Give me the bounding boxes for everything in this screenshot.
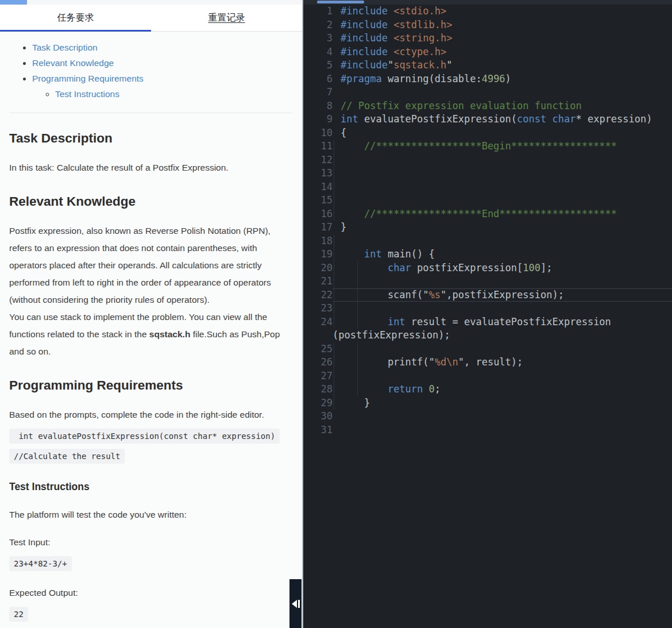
token-pl: scanf(" [341, 289, 429, 300]
code-line[interactable]: 11 //******************Begin************… [303, 140, 672, 153]
line-content [333, 86, 672, 99]
line-number: 26 [303, 356, 333, 369]
indent-guide [334, 234, 334, 248]
line-content: } [333, 221, 672, 234]
line-number: 7 [303, 86, 333, 99]
code-line[interactable]: 14 [303, 180, 672, 194]
code-line[interactable]: 2#include <stdlib.h> [303, 18, 672, 32]
code-line[interactable]: 29 } [303, 396, 672, 410]
token-num: 100 [523, 262, 540, 273]
indent-guide [334, 396, 334, 410]
code-line[interactable]: 10{ [303, 126, 672, 140]
line-number: 19 [303, 248, 333, 261]
line-content [333, 423, 672, 437]
code-line[interactable]: 16 //******************End**************… [303, 207, 672, 221]
line-number: 30 [303, 410, 333, 423]
code-line[interactable]: 5#include"sqstack.h" [303, 59, 672, 72]
token-num: 4996 [482, 73, 505, 84]
editor-hscrollbar-thumb[interactable] [317, 1, 364, 3]
code-line[interactable]: 12 [303, 153, 672, 167]
line-content: printf("%d\n", result); [333, 356, 672, 369]
indent-guide [334, 369, 334, 383]
indent-guide [357, 356, 358, 369]
token-kw: char [388, 262, 411, 273]
token-pl: warning(disable: [382, 73, 482, 84]
code-line[interactable]: 26 printf("%d\n", result); [303, 356, 672, 369]
line-content: } [333, 396, 672, 410]
task-panel: 任务要求 重置记录 Task DescriptionRelevant Knowl… [0, 0, 302, 628]
relevant-knowledge-heading: Relevant Knowledge [9, 194, 293, 209]
line-content [333, 180, 672, 194]
token-pl: * expression) [576, 113, 652, 125]
line-number: 3 [303, 32, 333, 45]
line-content: #include <stdlib.h> [333, 18, 672, 32]
tab-reset-records[interactable]: 重置记录 [151, 5, 302, 31]
editor-code-area[interactable]: 1#include <stdio.h>2#include <stdlib.h>3… [303, 5, 672, 437]
token-pl: " [446, 59, 452, 71]
line-number: 21 [303, 275, 333, 288]
line-content [333, 302, 672, 315]
indent-guide [357, 383, 358, 396]
code-line[interactable]: 30 [303, 410, 672, 423]
tab-task-requirements[interactable]: 任务要求 [0, 5, 151, 31]
toc-link-test-instructions[interactable]: Test Instructions [55, 89, 119, 99]
code-line[interactable]: 23 [303, 302, 672, 315]
code-line[interactable]: 17} [303, 221, 672, 234]
line-number: 16 [303, 207, 333, 221]
indent-guide [357, 261, 358, 275]
code-line[interactable]: 15 [303, 194, 672, 207]
code-line[interactable]: 19 int main() { [303, 248, 672, 261]
line-number: 5 [303, 59, 333, 72]
token-num: 0 [429, 383, 435, 395]
toc-link-task-description[interactable]: Task Description [32, 43, 98, 52]
line-content [333, 369, 672, 383]
active-tab-underline [0, 30, 151, 32]
code-line[interactable]: 22 scanf("%s",postfixExpression); [303, 288, 672, 302]
relevant-knowledge-body: Postfix expression, also known as Revers… [9, 222, 293, 360]
code-line[interactable]: 1#include <stdio.h> [303, 5, 672, 18]
code-line[interactable]: 24 int result = evaluatePostfixExpressio… [303, 315, 672, 329]
toc-link-programming-requirements[interactable]: Programming Requirements [32, 74, 144, 83]
code-line[interactable]: 3#include <string.h> [303, 32, 672, 45]
code-editor[interactable]: 1#include <stdio.h>2#include <stdlib.h>3… [303, 0, 672, 628]
line-number: 14 [303, 180, 333, 194]
code-line[interactable]: 18 [303, 234, 672, 248]
code-line[interactable]: 8// Postfix expression evaluation functi… [303, 99, 672, 113]
code-line[interactable]: 28 return 0; [303, 383, 672, 396]
code-line[interactable]: 6#pragma warning(disable:4996) [303, 72, 672, 86]
token-kw: return [388, 383, 423, 395]
line-content: scanf("%s",postfixExpression); [333, 288, 672, 302]
token-kw: int [388, 316, 405, 328]
indent-guide [334, 315, 334, 329]
indent-guide [357, 302, 358, 315]
code-line[interactable]: 21 [303, 275, 672, 288]
programming-requirements-heading: Programming Requirements [9, 378, 293, 393]
toc-link-relevant-knowledge[interactable]: Relevant Knowledge [32, 58, 114, 68]
line-content [333, 275, 672, 288]
code-line[interactable]: 31 [303, 423, 672, 437]
code-line[interactable]: 4#include <ctype.h> [303, 45, 672, 59]
code-line[interactable]: 9int evaluatePostfixExpression(const cha… [303, 113, 672, 126]
code-line-wrap[interactable]: (postfixExpression); [303, 329, 672, 342]
line-number: 17 [303, 221, 333, 234]
line-number: 4 [303, 45, 333, 59]
line-content: #include <ctype.h> [333, 45, 672, 59]
code-line[interactable]: 27 [303, 369, 672, 383]
token-pl [341, 140, 364, 152]
token-kw: char [553, 113, 576, 125]
indent-guide [334, 356, 334, 369]
code-line[interactable]: 13 [303, 167, 672, 180]
line-number: 2 [303, 18, 333, 32]
line-content [333, 153, 672, 167]
panel-collapse-handle[interactable] [289, 579, 302, 628]
token-com: //******************End*****************… [364, 208, 617, 219]
code-line[interactable]: 7 [303, 86, 672, 99]
line-content: { [333, 126, 672, 140]
code-line[interactable]: 20 char postfixExpression[100]; [303, 261, 672, 275]
token-pl [341, 316, 388, 328]
code-line[interactable]: 25 [303, 342, 672, 356]
line-number: 8 [303, 99, 333, 113]
token-kw: #include [341, 5, 388, 17]
expected-output-value: 22 [9, 607, 28, 622]
token-kw: int [364, 248, 382, 260]
